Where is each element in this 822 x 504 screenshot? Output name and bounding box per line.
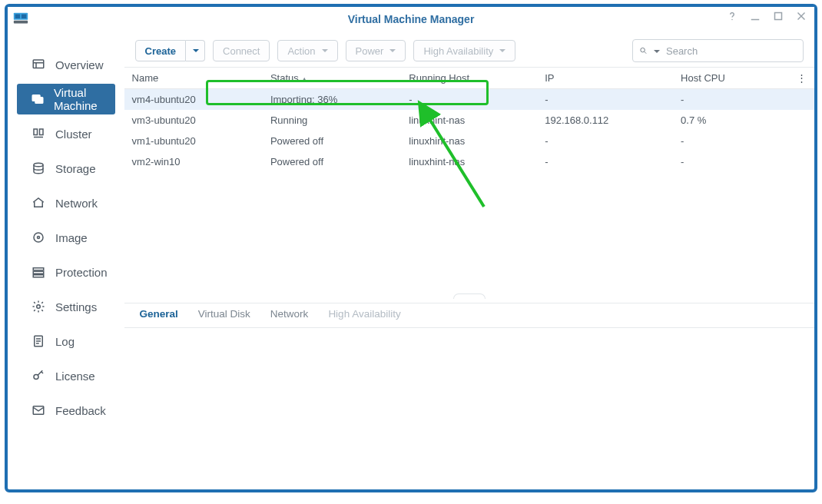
connect-button[interactable]: Connect [213, 40, 270, 61]
table-row[interactable]: vm1-ubuntu20Powered offlinuxhint-nas-- [124, 131, 814, 151]
cell-name: vm3-ubuntu20 [124, 110, 263, 131]
cell-_blank [789, 110, 814, 131]
window: Virtual Machine Manager OverviewVirtual … [5, 4, 817, 492]
sidebar-item-label: Overview [55, 58, 104, 71]
overview-icon [31, 57, 46, 72]
sidebar-item-settings[interactable]: Settings [17, 291, 115, 322]
cell-name: vm2-win10 [124, 151, 263, 172]
sidebar-item-image[interactable]: Image [17, 222, 115, 253]
network-icon [31, 195, 46, 211]
toolbar: Create Connect Action Power High Availab… [124, 32, 814, 67]
search-field[interactable] [632, 39, 804, 62]
settings-icon [31, 299, 46, 314]
feedback-icon [31, 403, 46, 418]
sidebar-item-label: Settings [55, 300, 97, 313]
sort-asc-icon: ▲ [301, 75, 308, 83]
cell-name: vm4-ubuntu20 [124, 89, 263, 111]
high-availability-button[interactable]: High Availability [413, 40, 515, 61]
svg-line-31 [645, 51, 646, 53]
tab-network[interactable]: Network [270, 308, 309, 320]
cluster-icon [31, 126, 46, 141]
cell-name: vm1-ubuntu20 [124, 131, 263, 151]
protection-icon [31, 264, 46, 280]
tab-ha: High Availability [328, 308, 400, 320]
svg-rect-20 [33, 268, 44, 270]
table-row[interactable]: vm3-ubuntu20Runninglinuxhint-nas192.168.… [124, 110, 814, 131]
sidebar-item-label: License [55, 370, 95, 383]
maximize-icon[interactable] [771, 9, 785, 23]
svg-rect-6 [775, 13, 782, 20]
col-header-name[interactable]: Name [124, 68, 263, 89]
help-icon[interactable] [725, 9, 739, 23]
sidebar-item-log[interactable]: Log [17, 326, 115, 356]
sidebar-item-label: Feedback [55, 404, 106, 417]
svg-point-19 [38, 237, 40, 239]
svg-rect-14 [34, 129, 38, 135]
details-resize-handle[interactable] [124, 289, 814, 303]
col-header-host[interactable]: Running Host [401, 68, 537, 89]
create-button-group: Create [135, 40, 205, 61]
sidebar-item-overview[interactable]: Overview [17, 49, 115, 80]
cell-status: Powered off [263, 131, 401, 151]
table-row[interactable]: vm2-win10Powered offlinuxhint-nas-- [124, 151, 814, 172]
power-button[interactable]: Power [346, 40, 406, 61]
sidebar-item-storage[interactable]: Storage [17, 153, 115, 184]
sidebar-item-label: Virtual Machine [54, 86, 108, 112]
table-row[interactable]: vm4-ubuntu20Importing: 36%--- [124, 89, 814, 111]
cell-ip: 192.168.0.112 [537, 110, 673, 131]
svg-rect-21 [33, 271, 44, 274]
cell-cpu: - [673, 151, 789, 172]
close-icon[interactable] [794, 9, 808, 23]
search-input[interactable] [665, 39, 797, 62]
svg-point-28 [34, 375, 38, 380]
sidebar-item-label: Cluster [55, 128, 92, 141]
app-icon [12, 10, 29, 27]
cell-host: - [401, 89, 537, 111]
search-icon [639, 45, 648, 56]
svg-rect-9 [33, 60, 44, 68]
cell-_blank [789, 131, 814, 151]
window-title: Virtual Machine Manager [348, 13, 475, 25]
sidebar-item-feedback[interactable]: Feedback [17, 395, 115, 426]
license-icon [31, 368, 46, 383]
log-icon [31, 333, 46, 349]
virtual-machine-icon [31, 91, 45, 107]
svg-point-18 [34, 233, 43, 242]
svg-rect-22 [33, 275, 44, 277]
vm-details: GeneralVirtual DiskNetworkHigh Availabil… [124, 289, 814, 489]
cell-ip: - [537, 151, 673, 172]
cell-host: linuxhint-nas [401, 151, 537, 172]
sidebar: OverviewVirtual MachineClusterStorageNet… [8, 32, 124, 489]
create-button[interactable]: Create [135, 40, 186, 61]
cell-ip: - [537, 131, 673, 151]
svg-point-23 [37, 305, 41, 309]
search-filter-caret-icon[interactable] [652, 45, 660, 57]
svg-point-30 [641, 48, 645, 52]
svg-rect-3 [14, 21, 28, 24]
image-icon [31, 230, 46, 245]
col-header-cpu[interactable]: Host CPU [673, 68, 789, 89]
sidebar-item-label: Image [55, 231, 88, 244]
col-header-status[interactable]: Status▲ [263, 68, 401, 89]
detail-tabs: GeneralVirtual DiskNetworkHigh Availabil… [124, 303, 814, 328]
action-button[interactable]: Action [277, 40, 337, 61]
svg-rect-15 [40, 129, 44, 135]
sidebar-item-virtual-machine[interactable]: Virtual Machine [17, 84, 115, 114]
svg-rect-13 [35, 98, 43, 104]
svg-rect-1 [15, 15, 20, 19]
cell-ip: - [537, 89, 673, 111]
sidebar-item-license[interactable]: License [17, 360, 115, 391]
tab-virtual-disk[interactable]: Virtual Disk [198, 308, 250, 320]
sidebar-item-protection[interactable]: Protection [17, 257, 115, 287]
vm-table: Name Status▲ Running Host IP Host CPU ⋮ … [124, 67, 814, 172]
tab-general[interactable]: General [140, 308, 178, 320]
sidebar-item-cluster[interactable]: Cluster [17, 118, 115, 149]
minimize-icon[interactable] [748, 9, 762, 23]
column-options-icon[interactable]: ⋮ [789, 68, 814, 89]
create-dropdown-button[interactable] [186, 40, 205, 61]
sidebar-item-network[interactable]: Network [17, 187, 115, 218]
main-panel: Create Connect Action Power High Availab… [124, 32, 814, 489]
detail-body [124, 328, 814, 489]
cell-host: linuxhint-nas [401, 131, 537, 151]
col-header-ip[interactable]: IP [537, 68, 673, 89]
